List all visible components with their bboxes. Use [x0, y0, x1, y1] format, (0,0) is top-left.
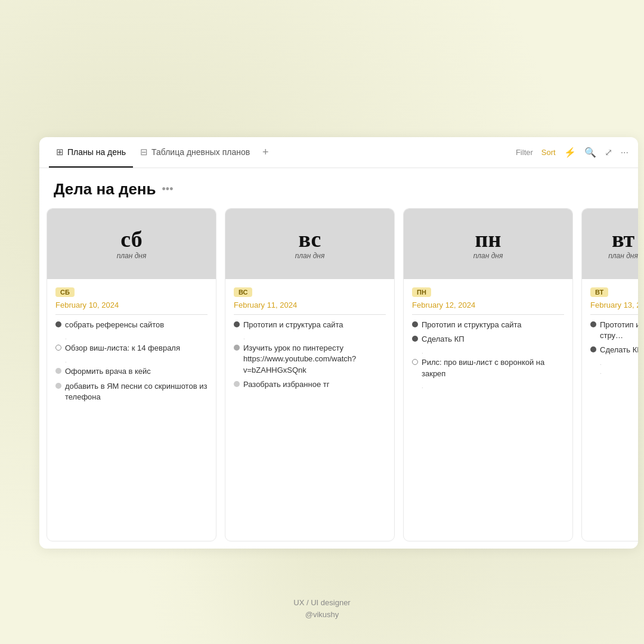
card-date-card-vt: February 13, 2024	[590, 301, 638, 309]
expand-icon[interactable]: ⤢	[605, 147, 612, 158]
cards-container: сбплан дняСБFebruary 10, 2024собрать реф…	[39, 208, 638, 549]
card-thumb-day-card-pn: пн	[475, 228, 501, 250]
task-text: добавить в ЯМ песни со скриншотов из тел…	[65, 381, 208, 402]
card-divider-card-vs	[234, 314, 386, 315]
task-dot-icon	[234, 321, 240, 327]
tab-table-label: Таблица дневных планов	[151, 147, 250, 157]
lightning-icon[interactable]: ⚡	[564, 147, 576, 158]
task-text: Прототип и стру…	[600, 320, 638, 341]
card-thumb-subtitle-card-pn: план дня	[473, 252, 503, 260]
card-tag-card-sb: СБ	[55, 287, 75, 297]
card-thumbnail-card-sb: сбплан дня	[47, 209, 216, 279]
task-text: Прототип и структура сайта	[422, 320, 521, 330]
card-divider-card-vt	[590, 314, 638, 315]
task-item: Сделать КП	[412, 334, 564, 345]
task-item: Прототип и структура сайта	[412, 320, 564, 330]
card-card-pn: пнплан дняПНFebruary 12, 2024Прототип и …	[403, 208, 573, 541]
card-body-card-vt: ВТFebruary 13, 2024Прототип и стру…Сдела…	[582, 279, 638, 541]
task-text: Изучить урок по пинтересту https://www.y…	[243, 343, 386, 376]
task-text: Сделать КП	[422, 334, 465, 345]
task-item: Прототип и структура сайта	[234, 320, 386, 330]
task-dot-icon	[590, 321, 596, 327]
task-item: Рилс: про виш-лист с воронкой на закреп	[412, 357, 564, 379]
search-icon[interactable]: 🔍	[584, 147, 596, 158]
card-thumbnail-card-pn: пнплан дня	[404, 209, 572, 279]
task-dot-icon	[55, 383, 61, 389]
task-dot-icon	[412, 321, 418, 327]
task-separator: .	[422, 383, 564, 389]
add-tab-button[interactable]: +	[257, 144, 274, 161]
card-thumb-subtitle-card-vs: план дня	[295, 252, 325, 260]
task-item: Обзор виш-листа: к 14 февраля	[55, 343, 208, 354]
task-item: собрать референсы сайтов	[55, 320, 208, 330]
task-separator: .	[243, 334, 386, 340]
card-body-card-sb: СБFebruary 10, 2024собрать референсы сай…	[47, 279, 216, 541]
card-tag-card-vs: ВС	[234, 287, 252, 297]
task-separator: .	[65, 357, 208, 364]
task-dot-icon	[412, 336, 418, 342]
tab-bar: ⊞ Планы на день ⊟ Таблица дневных планов…	[39, 137, 638, 168]
task-text: Обзор виш-листа: к 14 февраля	[65, 343, 180, 354]
task-item: Сделать КП	[590, 345, 638, 355]
task-item: Оформить врача в кейс	[55, 366, 208, 377]
tab-table-icon: ⊟	[140, 147, 148, 157]
card-divider-card-sb	[55, 314, 208, 315]
task-text: Оформить врача в кейс	[65, 366, 151, 377]
task-circle-icon	[55, 345, 61, 351]
task-dot-icon	[234, 345, 240, 351]
task-text: Сделать КП	[600, 345, 638, 355]
tab-table[interactable]: ⊟ Таблица дневных планов	[133, 137, 257, 168]
task-separator: .	[65, 334, 208, 340]
task-text: Разобрать избранное тг	[243, 379, 329, 390]
card-thumb-subtitle-card-vt: план дня	[608, 252, 638, 260]
title-menu-icon[interactable]: •••	[162, 183, 174, 196]
task-item: Прототип и стру…	[590, 320, 638, 341]
tab-plans-label: Планы на день	[67, 147, 126, 157]
card-date-card-pn: February 12, 2024	[412, 301, 564, 309]
task-separator: .	[422, 348, 564, 355]
filter-button[interactable]: Filter	[516, 148, 533, 157]
page-title-row: Дела на день •••	[39, 168, 638, 208]
page-title: Дела на день	[54, 180, 156, 199]
task-separator: .	[600, 360, 638, 366]
tab-plans-icon: ⊞	[56, 147, 64, 157]
card-thumb-day-card-sb: сб	[120, 228, 142, 250]
footer: UX / UI designer @vikushy	[293, 597, 350, 620]
card-body-card-vs: ВСFebruary 11, 2024Прототип и структура …	[225, 279, 394, 541]
card-thumbnail-card-vs: всплан дня	[225, 209, 394, 279]
task-separator: .	[600, 369, 638, 375]
card-tag-card-vt: ВТ	[590, 287, 608, 297]
task-item: добавить в ЯМ песни со скриншотов из тел…	[55, 381, 208, 402]
card-thumb-day-card-vt: вт	[612, 228, 634, 250]
card-card-sb: сбплан дняСБFebruary 10, 2024собрать реф…	[47, 208, 216, 541]
footer-line2: @vikushy	[293, 609, 350, 621]
task-text: собрать референсы сайтов	[65, 320, 164, 330]
footer-line1: UX / UI designer	[293, 597, 350, 609]
task-circle-icon	[412, 359, 418, 365]
sort-button[interactable]: Sort	[541, 148, 556, 157]
task-text: Рилс: про виш-лист с воронкой на закреп	[422, 357, 564, 379]
card-divider-card-pn	[412, 314, 564, 315]
card-thumb-subtitle-card-sb: план дня	[117, 252, 147, 260]
task-dot-icon	[590, 346, 596, 352]
card-tag-card-pn: ПН	[412, 287, 431, 297]
task-dot-icon	[55, 321, 61, 327]
card-body-card-pn: ПНFebruary 12, 2024Прототип и структура …	[404, 279, 572, 541]
task-item: Изучить урок по пинтересту https://www.y…	[234, 343, 386, 376]
card-thumbnail-card-vt: втплан дня	[582, 209, 638, 279]
tab-plans[interactable]: ⊞ Планы на день	[49, 137, 133, 168]
card-card-vt: втплан дняВТFebruary 13, 2024Прототип и …	[581, 208, 638, 541]
task-text: Прототип и структура сайта	[243, 320, 343, 330]
main-panel: ⊞ Планы на день ⊟ Таблица дневных планов…	[39, 137, 638, 549]
card-date-card-vs: February 11, 2024	[234, 301, 386, 309]
task-dot-icon	[234, 381, 240, 387]
card-thumb-day-card-vs: вс	[299, 228, 321, 250]
more-icon[interactable]: ···	[621, 147, 628, 158]
task-item: Разобрать избранное тг	[234, 379, 386, 390]
card-card-vs: всплан дняВСFebruary 11, 2024Прототип и …	[225, 208, 395, 541]
task-dot-icon	[55, 368, 61, 374]
card-date-card-sb: February 10, 2024	[55, 301, 208, 309]
tab-bar-actions: Filter Sort ⚡ 🔍 ⤢ ···	[516, 147, 628, 158]
